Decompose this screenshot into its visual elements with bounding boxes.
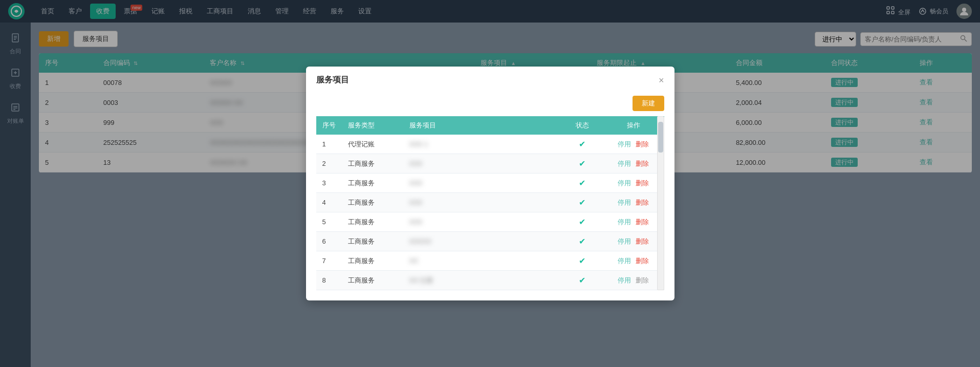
modal-cell-item: XX xyxy=(403,251,562,271)
modal-cell-status: ✔ xyxy=(562,251,603,271)
modal-cell-action[interactable]: 停用 删除 xyxy=(603,135,664,154)
modal-cell-seq: 5 xyxy=(316,212,342,232)
status-check-icon: ✔ xyxy=(579,140,585,148)
modal-cell-item: XXX xyxy=(403,193,562,212)
stop-button[interactable]: 停用 xyxy=(618,160,631,167)
modal-cell-type: 工商服务 xyxy=(342,212,403,232)
modal-cell-type: 代理记账 xyxy=(342,135,403,154)
stop-button[interactable]: 停用 xyxy=(618,257,631,265)
modal-cell-status: ✔ xyxy=(562,193,603,212)
modal-table-row: 3 工商服务 XXX ✔ 停用 删除 xyxy=(316,174,664,193)
delete-button[interactable]: 删除 xyxy=(636,199,649,206)
modal-cell-type: 工商服务 xyxy=(342,174,403,193)
status-check-icon: ✔ xyxy=(579,237,585,246)
modal-cell-status: ✔ xyxy=(562,232,603,251)
modal-cell-action[interactable]: 停用 删除 xyxy=(603,212,664,232)
status-check-icon: ✔ xyxy=(579,218,585,226)
status-check-icon: ✔ xyxy=(579,276,585,285)
modal-new-button[interactable]: 新建 xyxy=(633,96,664,111)
delete-button[interactable]: 删除 xyxy=(636,257,649,265)
modal-body: 新建 序号 服务类型 服务项目 状态 操作 1 代理记账 xyxy=(306,91,674,300)
modal-cell-status: ✔ xyxy=(562,212,603,232)
stop-button[interactable]: 停用 xyxy=(618,238,631,245)
modal-col-type: 服务类型 xyxy=(342,116,403,135)
modal-cell-action[interactable]: 停用 删除 xyxy=(603,271,664,290)
stop-button[interactable]: 停用 xyxy=(618,179,631,187)
service-items-modal: 服务项目 × 新建 序号 服务类型 服务项目 状态 操作 xyxy=(306,67,674,300)
modal-col-item: 服务项目 xyxy=(403,116,562,135)
modal-cell-action[interactable]: 停用 删除 xyxy=(603,251,664,271)
modal-cell-item: XXX xyxy=(403,154,562,174)
modal-cell-type: 工商服务 xyxy=(342,251,403,271)
modal-close-button[interactable]: × xyxy=(659,76,664,85)
modal-cell-status: ✔ xyxy=(562,135,603,154)
modal-table-row: 8 工商服务 XX 注册 ✔ 停用 删除 xyxy=(316,271,664,290)
modal-cell-seq: 1 xyxy=(316,135,342,154)
modal-cell-status: ✔ xyxy=(562,271,603,290)
modal-table-header: 序号 服务类型 服务项目 状态 操作 xyxy=(316,116,664,135)
modal-cell-seq: 7 xyxy=(316,251,342,271)
modal-cell-seq: 2 xyxy=(316,154,342,174)
modal-cell-action[interactable]: 停用 删除 xyxy=(603,232,664,251)
modal-cell-action[interactable]: 停用 删除 xyxy=(603,193,664,212)
stop-button[interactable]: 停用 xyxy=(618,140,631,148)
modal-cell-type: 工商服务 xyxy=(342,232,403,251)
modal-table-row: 1 代理记账 XXX 1 ✔ 停用 删除 xyxy=(316,135,664,154)
modal-cell-item: XXXXX xyxy=(403,232,562,251)
modal-overlay[interactable]: 服务项目 × 新建 序号 服务类型 服务项目 状态 操作 xyxy=(0,0,980,367)
modal-cell-type: 工商服务 xyxy=(342,154,403,174)
modal-cell-item: XXX xyxy=(403,174,562,193)
modal-cell-action[interactable]: 停用 删除 xyxy=(603,174,664,193)
modal-table-row: 2 工商服务 XXX ✔ 停用 删除 xyxy=(316,154,664,174)
modal-title: 服务项目 xyxy=(316,75,349,85)
modal-table-row: 7 工商服务 XX ✔ 停用 删除 xyxy=(316,251,664,271)
delete-button[interactable]: 删除 xyxy=(636,179,649,187)
modal-col-seq: 序号 xyxy=(316,116,342,135)
stop-button[interactable]: 停用 xyxy=(618,199,631,206)
modal-cell-item: XXX xyxy=(403,212,562,232)
modal-col-action: 操作 xyxy=(603,116,664,135)
delete-button[interactable]: 删除 xyxy=(636,238,649,245)
modal-cell-seq: 6 xyxy=(316,232,342,251)
delete-button[interactable]: 删除 xyxy=(636,276,649,284)
modal-cell-seq: 4 xyxy=(316,193,342,212)
modal-cell-status: ✔ xyxy=(562,154,603,174)
delete-button[interactable]: 删除 xyxy=(636,218,649,226)
status-check-icon: ✔ xyxy=(579,198,585,207)
modal-cell-type: 工商服务 xyxy=(342,271,403,290)
service-items-table: 序号 服务类型 服务项目 状态 操作 1 代理记账 XXX 1 ✔ 停用 删除 … xyxy=(316,116,664,290)
modal-cell-item: XX 注册 xyxy=(403,271,562,290)
modal-toolbar: 新建 xyxy=(316,96,664,111)
stop-button[interactable]: 停用 xyxy=(618,276,631,284)
modal-cell-seq: 3 xyxy=(316,174,342,193)
delete-button[interactable]: 删除 xyxy=(636,140,649,148)
stop-button[interactable]: 停用 xyxy=(618,218,631,226)
modal-cell-status: ✔ xyxy=(562,174,603,193)
modal-table-row: 6 工商服务 XXXXX ✔ 停用 删除 xyxy=(316,232,664,251)
modal-table-row: 5 工商服务 XXX ✔ 停用 删除 xyxy=(316,212,664,232)
delete-button[interactable]: 删除 xyxy=(636,160,649,167)
modal-cell-item: XXX 1 xyxy=(403,135,562,154)
status-check-icon: ✔ xyxy=(579,256,585,265)
modal-cell-action[interactable]: 停用 删除 xyxy=(603,154,664,174)
status-check-icon: ✔ xyxy=(579,159,585,168)
status-check-icon: ✔ xyxy=(579,179,585,187)
modal-cell-type: 工商服务 xyxy=(342,193,403,212)
modal-col-status: 状态 xyxy=(562,116,603,135)
modal-header: 服务项目 × xyxy=(306,67,674,91)
scrollbar[interactable] xyxy=(657,116,664,290)
modal-cell-seq: 8 xyxy=(316,271,342,290)
modal-table-row: 4 工商服务 XXX ✔ 停用 删除 xyxy=(316,193,664,212)
